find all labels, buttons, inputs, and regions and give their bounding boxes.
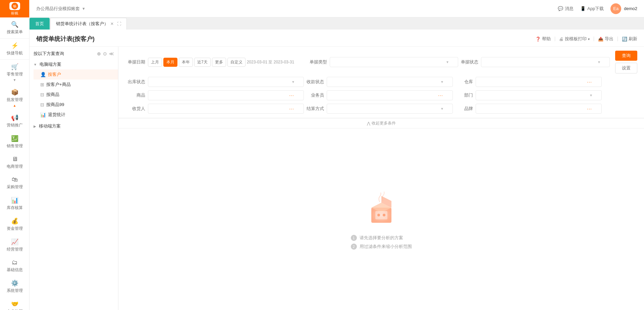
- receiver-select[interactable]: ···: [148, 104, 304, 114]
- panel-add-icon[interactable]: ⊕: [97, 51, 101, 56]
- warehouse-select[interactable]: ···: [476, 77, 602, 87]
- salesperson-select[interactable]: ···: [327, 90, 453, 100]
- sidebar-item-wholesale[interactable]: 📦 批发管理 ▲: [0, 85, 29, 111]
- sidebar-item-basic[interactable]: 🗂 基础信息: [0, 256, 29, 276]
- tree-desktop-section[interactable]: ▼ 电脑端方案: [30, 59, 118, 69]
- query-settings-panel: 查询 设置: [615, 51, 637, 73]
- app-download-button[interactable]: 📱 App下载: [580, 6, 604, 12]
- avatar: Ea: [610, 3, 621, 14]
- sidebar-item-retail[interactable]: 🛒 零售管理 ▼: [0, 60, 29, 85]
- svg-point-7: [383, 214, 385, 216]
- date-btn-this-year[interactable]: 本年: [179, 58, 193, 67]
- empty-state: 1 请先选择要分析的方案 2 用过滤条件来缩小分析范围: [118, 128, 644, 310]
- sidebar-item-search[interactable]: 🔍 搜索菜单: [0, 17, 29, 39]
- filter-row-3: 商品 ··· 业务员 ···: [125, 90, 637, 100]
- template-print-button[interactable]: 🖨 按模板打印 ▾: [559, 36, 590, 42]
- tab-sales-stat-label: 销货单统计计表（按客户）: [56, 21, 108, 27]
- doc-type-select[interactable]: ▾: [330, 57, 459, 67]
- department-select[interactable]: ▾: [476, 90, 602, 100]
- date-btn-this-month[interactable]: 本月: [163, 58, 177, 67]
- tree-mobile-section[interactable]: ▶ 移动端方案: [30, 121, 118, 131]
- sidebar-item-cooperation[interactable]: 🤝 企业协同: [0, 297, 29, 310]
- help-label: 帮助: [542, 36, 551, 42]
- divider-3: [618, 37, 618, 41]
- ecommerce-icon: 🖥: [12, 156, 18, 163]
- panel-settings-icon[interactable]: ⊙: [103, 51, 107, 56]
- sidebar-item-ecommerce-label: 电商管理: [7, 164, 23, 169]
- date-btn-more[interactable]: 更多: [212, 58, 226, 67]
- tree-item-by-goods-99-label: 按商品99: [46, 102, 64, 108]
- page-content: 销货单统计表(按客户) ❓ 帮助 🖨 按模板打印 ▾ 📤 导出: [30, 30, 644, 310]
- tab-sales-stat[interactable]: 销货单统计计表（按客户） ✕ ⛶: [50, 18, 127, 30]
- tab-home[interactable]: 首页: [30, 18, 50, 30]
- sidebar-item-sales[interactable]: 💹 销售管理: [0, 132, 29, 152]
- tab-maximize-icon[interactable]: ⛶: [117, 21, 121, 26]
- message-label: 消息: [565, 6, 574, 12]
- payment-select[interactable]: ▾: [327, 104, 453, 114]
- collapse-label: 收起更多条件: [372, 120, 396, 126]
- settings-button[interactable]: 设置: [615, 63, 637, 73]
- date-btn-last-month[interactable]: 上月: [148, 58, 162, 67]
- sidebar-item-system[interactable]: ⚙️ 系统管理: [0, 276, 29, 297]
- doc-status-select[interactable]: ▾: [481, 57, 610, 67]
- receipt-status-select[interactable]: ▾: [327, 77, 453, 87]
- right-panel: 单据日期 上月 本月 本年 近7天 更多 自定义 2023-03-01 至 20…: [118, 47, 644, 310]
- sidebar-item-business-label: 经营管理: [7, 247, 23, 252]
- date-btn-custom[interactable]: 自定义: [227, 58, 246, 67]
- sidebar-item-ecommerce[interactable]: 🖥 电商管理: [0, 152, 29, 173]
- empty-tip-2: 2 用过滤条件来缩小分析范围: [351, 244, 412, 250]
- filter-row-2: 出库状态 ▾ 收款状态 ▾: [125, 77, 637, 87]
- sidebar-item-marketing-label: 营销推广: [7, 122, 23, 128]
- by-goods-icon: ⊟: [40, 92, 44, 97]
- sidebar-item-business[interactable]: 📈 经营管理: [0, 235, 29, 256]
- filter-payment-item: 结算方式 ▾: [304, 104, 453, 114]
- template-print-label: 按模板打印: [565, 36, 587, 42]
- message-icon: 💬: [558, 6, 563, 11]
- help-button[interactable]: ❓ 帮助: [535, 36, 551, 42]
- sidebar: 畅 标账 🔍 搜索菜单 ⚡ 快捷导航 🛒 零售管理 ▼ 📦 批发管理 ▲ 📢 营…: [0, 0, 30, 310]
- business-icon: 📈: [11, 238, 18, 246]
- doc-status-label: 单据状态: [458, 59, 478, 65]
- sidebar-item-inventory[interactable]: 📊 库存核算: [0, 193, 29, 214]
- query-button[interactable]: 查询: [615, 51, 637, 61]
- inventory-icon: 📊: [11, 197, 18, 204]
- message-button[interactable]: 💬 消息: [558, 6, 574, 12]
- filter-row-4: 收货人 ··· 结算方式 ▾: [125, 104, 637, 114]
- tab-close-icon[interactable]: ✕: [110, 21, 114, 26]
- sidebar-item-purchase[interactable]: 🛍 采购管理: [0, 173, 29, 193]
- sidebar-item-system-label: 系统管理: [7, 288, 23, 294]
- export-button[interactable]: 📤 导出: [598, 36, 613, 42]
- app-download-label: App下载: [587, 6, 604, 12]
- goods-select[interactable]: ···: [148, 90, 304, 100]
- tree-item-by-customer-goods-label: 按客户+商品: [46, 82, 71, 88]
- user-menu[interactable]: Ea demo2: [610, 3, 637, 14]
- date-btn-last-7-days[interactable]: 近7天: [194, 58, 211, 67]
- sidebar-item-marketing[interactable]: 📢 营销推广: [0, 111, 29, 132]
- spacer-row4: [607, 104, 637, 114]
- out-status-select[interactable]: ▾: [148, 77, 304, 87]
- logo[interactable]: 畅 标账: [0, 0, 29, 17]
- goods-label: 商品: [125, 92, 145, 98]
- sidebar-item-quicknav[interactable]: ⚡ 快捷导航: [0, 39, 29, 60]
- sidebar-item-search-label: 搜索菜单: [7, 29, 23, 35]
- panel-header: 按以下方案查询 ⊕ ⊙ ≪: [30, 51, 118, 59]
- logo-text: 标账: [11, 11, 18, 16]
- filter-area: 单据日期 上月 本月 本年 近7天 更多 自定义 2023-03-01 至 20…: [118, 47, 644, 118]
- tree-item-return-stat[interactable]: 📊 退货统计: [34, 110, 118, 120]
- tree-item-by-customer[interactable]: 👤 按客户: [34, 69, 118, 80]
- brand-select[interactable]: ···: [476, 104, 602, 114]
- panel-collapse-icon[interactable]: ≪: [109, 51, 114, 56]
- marketing-icon: 📢: [11, 114, 18, 121]
- refresh-button[interactable]: 🔄 刷新: [622, 36, 637, 42]
- tree-item-by-goods[interactable]: ⊟ 按商品: [34, 90, 118, 100]
- cooperation-icon: 🤝: [11, 300, 18, 308]
- collapse-bar[interactable]: ⋀ 收起更多条件: [118, 118, 644, 128]
- receipt-status-label: 收款状态: [304, 79, 324, 85]
- sidebar-item-finance[interactable]: 💰 资金管理: [0, 214, 29, 235]
- tree-item-by-customer-goods[interactable]: ⊞ 按客户+商品: [34, 80, 118, 90]
- tree-item-by-goods-99[interactable]: ⊟ 按商品99: [34, 100, 118, 110]
- doc-status-arrow-icon: ▾: [598, 60, 600, 64]
- tree-item-by-goods-label: 按商品: [46, 92, 59, 98]
- breadcrumb-dropdown-icon[interactable]: ▾: [83, 6, 85, 11]
- tree-toggle-desktop: ▼: [34, 63, 37, 66]
